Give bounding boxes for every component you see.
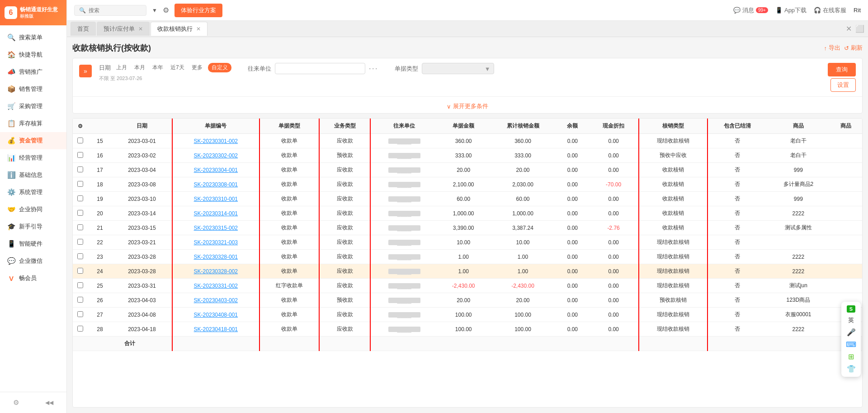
cell-doc-no[interactable]: SK-20230328-002	[172, 264, 259, 279]
doc-no-link[interactable]: SK-20230403-002	[194, 297, 238, 304]
cell-checkbox[interactable]	[73, 264, 88, 279]
sidebar-settings-btn[interactable]: ⚙	[9, 397, 23, 408]
sidebar-item-shortcut[interactable]: 🏠 快捷导航	[0, 46, 66, 63]
more-dots[interactable]: ···	[369, 64, 378, 73]
row-checkbox[interactable]	[77, 253, 83, 259]
cell-checkbox[interactable]	[73, 177, 88, 192]
date-btn-last-month[interactable]: 上月	[114, 63, 129, 72]
table-container[interactable]: ⚙ 日期 单据编号 单据类型 业务类型 往来单位 单据金额 累计核销金额 余额 …	[72, 118, 863, 408]
cell-checkbox[interactable]	[73, 192, 88, 206]
cell-checkbox[interactable]	[73, 308, 88, 322]
date-btn-this-month[interactable]: 本月	[132, 63, 147, 72]
doc-no-link[interactable]: SK-20230328-001	[194, 254, 238, 260]
row-checkbox[interactable]	[77, 152, 83, 158]
sidebar-item-enterprise[interactable]: 🤝 企业协同	[0, 201, 66, 218]
cell-checkbox[interactable]	[73, 163, 88, 177]
grid-icon[interactable]: ⊞	[848, 352, 854, 361]
cell-checkbox[interactable]	[73, 322, 88, 337]
doc-no-link[interactable]: SK-20230308-001	[194, 181, 238, 188]
tab-home[interactable]: 首页	[71, 22, 96, 36]
cell-doc-no[interactable]: SK-20230331-002	[172, 279, 259, 293]
sidebar-item-purchase[interactable]: 🛒 采购管理	[0, 98, 66, 115]
col-header-settings[interactable]: ⚙	[73, 119, 88, 134]
doc-no-link[interactable]: SK-20230408-001	[194, 312, 238, 318]
sidebar-item-system[interactable]: ⚙️ 系统管理	[0, 184, 66, 201]
row-checkbox[interactable]	[77, 195, 83, 201]
row-checkbox[interactable]	[77, 326, 83, 332]
cell-doc-no[interactable]: SK-20230310-001	[172, 192, 259, 206]
doc-no-link[interactable]: SK-20230315-002	[194, 225, 238, 231]
tab-prepay-close[interactable]: ✕	[138, 26, 143, 32]
row-checkbox[interactable]	[77, 239, 83, 245]
close-window-btn[interactable]: ✕	[846, 24, 852, 33]
row-checkbox[interactable]	[77, 311, 83, 317]
settings-icon[interactable]: ⚙	[163, 6, 169, 14]
export-btn[interactable]: ↑ 导出	[824, 44, 841, 52]
cell-checkbox[interactable]	[73, 148, 88, 163]
keyboard-icon[interactable]: ⌨	[846, 340, 856, 349]
doc-no-link[interactable]: SK-20230418-001	[194, 326, 238, 332]
maximize-btn[interactable]: ⬜	[855, 24, 864, 33]
date-btn-7days[interactable]: 近7天	[169, 63, 186, 72]
refresh-btn[interactable]: ↺ 刷新	[844, 44, 863, 52]
cell-doc-no[interactable]: SK-20230328-001	[172, 250, 259, 264]
sidebar-item-search[interactable]: 🔍 搜索菜单	[0, 29, 66, 46]
cell-doc-no[interactable]: SK-20230418-001	[172, 322, 259, 337]
doc-no-link[interactable]: SK-20230310-001	[194, 196, 238, 202]
date-custom-btn[interactable]: 自定义	[208, 63, 231, 72]
row-checkbox[interactable]	[77, 210, 83, 216]
cell-checkbox[interactable]	[73, 134, 88, 148]
doc-no-link[interactable]: SK-20230301-002	[194, 138, 238, 144]
sidebar-item-operations[interactable]: 📊 经营管理	[0, 149, 66, 166]
dropdown-arrow-icon[interactable]: ▼	[152, 7, 157, 14]
filter-setting-btn[interactable]: 设置	[830, 78, 856, 92]
row-checkbox[interactable]	[77, 268, 83, 274]
sidebar-item-finance[interactable]: 💰 资金管理	[0, 132, 66, 149]
sidebar-item-wechat[interactable]: 💬 企业微信	[0, 252, 66, 270]
row-checkbox[interactable]	[77, 166, 83, 172]
filter-expand-toggle[interactable]: »	[79, 65, 92, 77]
app-download-action[interactable]: 📱 App下载	[775, 6, 807, 14]
tab-collect[interactable]: 收款核销执行 ✕	[151, 22, 208, 36]
cell-checkbox[interactable]	[73, 221, 88, 235]
cell-doc-no[interactable]: SK-20230301-002	[172, 134, 259, 148]
sidebar-item-marketing[interactable]: 📣 营销推广	[0, 63, 66, 81]
cell-doc-no[interactable]: SK-20230304-001	[172, 163, 259, 177]
cell-doc-no[interactable]: SK-20230314-001	[172, 206, 259, 221]
topbar-search-box[interactable]: 🔍	[74, 5, 146, 16]
tab-prepay[interactable]: 预计/应付单 ✕	[97, 22, 150, 36]
cell-checkbox[interactable]	[73, 279, 88, 293]
cell-checkbox[interactable]	[73, 206, 88, 221]
cell-checkbox[interactable]	[73, 235, 88, 250]
cell-checkbox[interactable]	[73, 250, 88, 264]
online-service-action[interactable]: 🎧 在线客服	[814, 6, 846, 14]
date-btn-this-year[interactable]: 本年	[151, 63, 165, 72]
doc-no-link[interactable]: SK-20230321-003	[194, 239, 238, 246]
doc-no-link[interactable]: SK-20230302-002	[194, 152, 238, 159]
sidebar-item-hardware[interactable]: 📱 智能硬件	[0, 235, 66, 252]
sidebar-item-inventory[interactable]: 📋 库存核算	[0, 115, 66, 132]
sidebar-collapse-btn[interactable]: ◀◀	[42, 398, 57, 408]
sidebar-item-guide[interactable]: 🎓 新手引导	[0, 218, 66, 235]
doc-no-link[interactable]: SK-20230328-002	[194, 268, 238, 275]
shirt-icon[interactable]: 👕	[847, 365, 856, 373]
partner-input[interactable]	[275, 63, 365, 74]
cell-doc-no[interactable]: SK-20230308-001	[172, 177, 259, 192]
doctype-select[interactable]	[422, 63, 494, 74]
row-checkbox[interactable]	[77, 181, 83, 187]
search-input[interactable]	[89, 7, 142, 14]
sidebar-item-basic[interactable]: ℹ️ 基础信息	[0, 166, 66, 184]
expand-more-btn[interactable]: ∨ 展开更多条件	[447, 102, 488, 110]
query-btn[interactable]: 查询	[828, 63, 856, 76]
tab-collect-close[interactable]: ✕	[196, 26, 201, 32]
cell-doc-no[interactable]: SK-20230321-003	[172, 235, 259, 250]
cell-checkbox[interactable]	[73, 293, 88, 308]
sidebar-item-sales[interactable]: 📦 销售管理	[0, 81, 66, 98]
industry-btn[interactable]: 体验行业方案	[175, 4, 222, 17]
row-checkbox[interactable]	[77, 224, 83, 230]
doc-no-link[interactable]: SK-20230331-002	[194, 283, 238, 289]
message-action[interactable]: 💬 消息 99+	[733, 6, 768, 14]
sidebar-item-member[interactable]: V 畅会员	[0, 270, 66, 287]
cell-doc-no[interactable]: SK-20230403-002	[172, 293, 259, 308]
user-name[interactable]: Rit	[854, 7, 861, 14]
